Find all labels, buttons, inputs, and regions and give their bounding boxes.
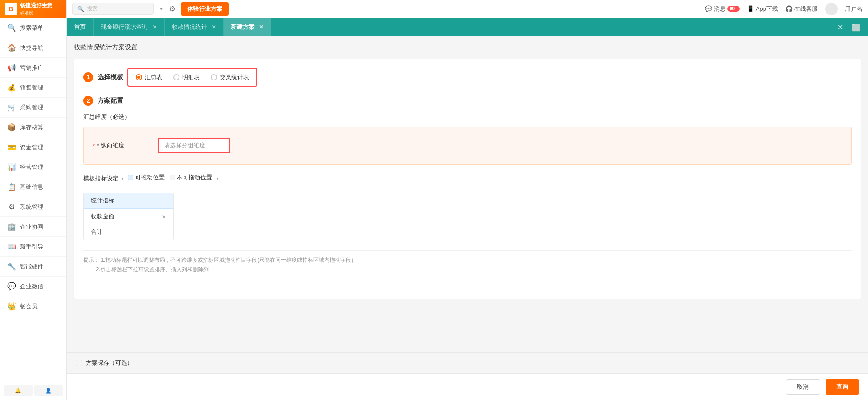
purchase-icon: 🛒 (7, 103, 16, 112)
enterprise-icon: 🏢 (7, 222, 16, 231)
step1-number: 1 (83, 72, 93, 82)
sidebar-item-label: 采购管理 (20, 104, 43, 112)
message-icon: 💬 (705, 5, 712, 12)
sidebar-nav: 🔍 搜索菜单 🏠 快捷导航 📢 营销推广 💰 销售管理 🛒 采购管理 📦 库存核… (0, 18, 66, 381)
sidebar-footer-btn1[interactable]: 🔔 (4, 385, 33, 396)
sidebar-item-guide[interactable]: 📖 新手引导 (0, 237, 66, 257)
tab-receipts[interactable]: 收款情况统计 ✕ (165, 18, 224, 36)
sidebar-item-search[interactable]: 🔍 搜索菜单 (0, 18, 66, 38)
step2-section: 2 方案配置 汇总维度（必选） * * 纵向维度 —— (83, 96, 852, 281)
sidebar-item-system[interactable]: ⚙ 系统管理 (0, 197, 66, 217)
avatar[interactable] (825, 3, 838, 15)
search-icon: 🔍 (7, 24, 16, 32)
sidebar-footer-btn2[interactable]: 👤 (34, 385, 63, 396)
logo-text: 畅捷通好生意 (20, 2, 52, 9)
sidebar-item-marketing[interactable]: 📢 营销推广 (0, 58, 66, 78)
required-mark: * (93, 142, 95, 149)
sidebar-item-label: 库存核算 (20, 123, 43, 132)
radio-detail-label: 明细表 (182, 73, 200, 81)
sidebar-item-home[interactable]: 🏠 快捷导航 (0, 38, 66, 58)
sidebar-item-basic-info[interactable]: 📋 基础信息 (0, 177, 66, 197)
sidebar-item-finance[interactable]: 💳 资金管理 (0, 137, 66, 157)
service-label: 在线客服 (794, 5, 818, 13)
radio-detail[interactable]: 明细表 (173, 73, 200, 81)
message-item[interactable]: 💬 消息 99+ (705, 5, 740, 13)
sidebar-item-inventory[interactable]: 📦 库存核算 (0, 118, 66, 137)
tab-label: 现金银行流水查询 (101, 23, 148, 31)
trial-button[interactable]: 体验行业方案 (181, 2, 229, 16)
service-item[interactable]: 🎧 在线客服 (785, 5, 818, 13)
guide-icon: 📖 (7, 242, 16, 251)
cancel-button[interactable]: 取消 (786, 379, 820, 395)
save-checkbox[interactable] (76, 360, 82, 366)
download-item[interactable]: 📱 App下载 (747, 5, 778, 13)
sidebar-item-member[interactable]: 👑 畅会员 (0, 296, 66, 316)
home-icon: 🏠 (7, 43, 16, 52)
tab-new-plan[interactable]: 新建方案 ✕ (224, 18, 271, 36)
topbar: 🔍 搜索 ▼ ⚙ 体验行业方案 💬 消息 99+ 📱 App下载 🎧 在线客服 … (67, 0, 868, 18)
sidebar-item-label: 基础信息 (20, 183, 43, 191)
operations-icon: 📊 (7, 163, 16, 171)
search-text: 搜索 (87, 5, 98, 13)
finance-icon: 💳 (7, 143, 16, 151)
tab-home[interactable]: 首页 (67, 18, 94, 36)
tips-prefix: 提示： (83, 257, 99, 263)
sidebar-footer: 🔔 👤 (0, 381, 66, 400)
query-button[interactable]: 查询 (826, 379, 859, 395)
content-area: 收款情况统计方案设置 1 选择模板 汇总表 (67, 36, 868, 400)
radio-cross[interactable]: 交叉统计表 (211, 73, 249, 81)
page-title: 收款情况统计方案设置 (74, 43, 861, 52)
username: 用户名 (845, 5, 863, 13)
tab-label: 新建方案 (231, 23, 255, 31)
gear-icon[interactable]: ⚙ (169, 5, 175, 13)
sidebar-item-hardware[interactable]: 🔧 智能硬件 (0, 257, 66, 277)
service-icon: 🎧 (785, 5, 793, 12)
close-window-btn[interactable]: ✕ (834, 21, 846, 33)
maximize-window-btn[interactable]: ⬜ (850, 21, 863, 33)
sidebar-item-label: 系统管理 (20, 203, 43, 211)
tab-close-icon[interactable]: ✕ (259, 24, 264, 30)
hint-draggable: 可拖动位置 (128, 174, 165, 182)
tab-close-icon[interactable]: ✕ (212, 24, 216, 30)
dropdown-chevron-icon[interactable]: ▼ (159, 6, 164, 11)
sidebar-item-label: 营销推广 (20, 64, 43, 72)
page-content: 收款情况统计方案设置 1 选择模板 汇总表 (67, 36, 868, 352)
metrics-config: 模板指标设定（ 可拖动位置 不可拖动位置 ） (83, 174, 852, 241)
tab-cashflow[interactable]: 现金银行流水查询 ✕ (94, 18, 165, 36)
radio-cross-input[interactable] (211, 74, 217, 80)
settings-card: 1 选择模板 汇总表 明细表 (74, 59, 861, 299)
topbar-search[interactable]: 🔍 搜索 (72, 3, 154, 15)
metrics-dropdown-icon[interactable]: ∨ (162, 213, 166, 220)
sidebar-item-purchase[interactable]: 🛒 采购管理 (0, 98, 66, 118)
main-area: 🔍 搜索 ▼ ⚙ 体验行业方案 💬 消息 99+ 📱 App下载 🎧 在线客服 … (67, 0, 868, 400)
sidebar-item-label: 销售管理 (20, 84, 43, 92)
footer-bar: 取消 查询 (67, 373, 868, 400)
sidebar-item-label: 畅会员 (20, 302, 38, 311)
sidebar-item-sales[interactable]: 💰 销售管理 (0, 78, 66, 98)
tip-text-1: 1.拖动标题栏可以调整布局，不可跨维度或指标区域拖动栏目字段(只能在同一维度或指… (101, 257, 353, 263)
tips-section: 提示： 1.拖动标题栏可以调整布局，不可跨维度或指标区域拖动栏目字段(只能在同一… (83, 250, 852, 281)
dimension-select-input[interactable]: 请选择分组维度 (158, 138, 230, 153)
sidebar-item-operations[interactable]: 📊 经营管理 (0, 157, 66, 177)
metrics-label: 模板指标设定（ 可拖动位置 不可拖动位置 ） (83, 174, 852, 183)
arrow-icon: —— (135, 142, 147, 149)
sidebar-item-wechat[interactable]: 💬 企业微信 (0, 277, 66, 296)
metrics-cell-amount[interactable]: 收款金额 ∨ (84, 209, 173, 224)
radio-summary-input[interactable] (136, 74, 142, 80)
marketing-icon: 📢 (7, 63, 16, 72)
save-option: 方案保存（可选） (67, 352, 868, 373)
sidebar-item-enterprise[interactable]: 🏢 企业协同 (0, 217, 66, 237)
radio-summary-label: 汇总表 (145, 73, 162, 81)
step2-header: 2 方案配置 (83, 96, 852, 106)
member-icon: 👑 (7, 302, 16, 311)
metrics-cell-subtotal: 合计 (84, 224, 173, 240)
system-icon: ⚙ (7, 202, 16, 211)
tab-close-icon[interactable]: ✕ (152, 24, 157, 30)
save-label: 方案保存（可选） (86, 359, 133, 367)
tab-label: 收款情况统计 (172, 23, 207, 31)
step2-label: 方案配置 (98, 97, 123, 105)
tabbar: 首页 现金银行流水查询 ✕ 收款情况统计 ✕ 新建方案 ✕ ✕ ⬜ (67, 18, 868, 36)
radio-detail-input[interactable] (173, 74, 179, 80)
step1-label: 选择模板 (98, 73, 123, 81)
radio-summary[interactable]: 汇总表 (136, 73, 162, 81)
